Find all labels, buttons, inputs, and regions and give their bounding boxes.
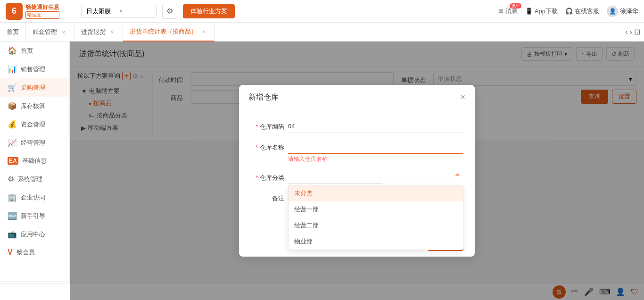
account-tab-label: 账套管理 — [33, 28, 57, 36]
app-download-button[interactable]: 📱 App下载 — [525, 7, 558, 16]
name-label: 仓库名称 — [250, 141, 288, 152]
operation-icon: 📈 — [8, 138, 17, 147]
code-input[interactable] — [288, 120, 463, 133]
dropdown-item-dept1[interactable]: 经营一部 — [289, 201, 463, 217]
guide-icon: 🆕 — [8, 211, 17, 220]
logo-area: 6 畅捷通好生意 精品版 — [6, 3, 75, 20]
note-label: 备注 — [250, 192, 288, 203]
sidebar-item-operation[interactable]: 📈 经营管理 — [0, 133, 69, 152]
sidebar-item-finance[interactable]: 💰 资金管理 — [0, 115, 69, 133]
system-icon: ⚙ — [8, 175, 14, 183]
phone-icon: 📱 — [525, 8, 533, 15]
modal-overlay[interactable]: 新增仓库 × 仓库编码 04 仓库名称 — [70, 42, 644, 300]
tab-expand-icon[interactable]: ⊡ — [634, 27, 640, 36]
category-input[interactable] — [288, 171, 382, 184]
dropdown-item-unclassified[interactable]: 未分类 — [289, 185, 463, 201]
category-select-wrap: ⌃ 未分类 经营一部 经营二部 物业部 — [288, 171, 463, 184]
purchase-return-tab-label: 进货退货 — [81, 28, 106, 36]
enterprise-icon: 🏢 — [8, 193, 17, 202]
modal-title: 新增仓库 — [248, 92, 279, 102]
chevron-down-icon: ▾ — [120, 8, 151, 14]
headset-icon: 🎧 — [565, 8, 573, 15]
sidebar-item-basic[interactable]: EA 基础信息 — [0, 152, 69, 170]
tab-next-icon[interactable]: › — [630, 28, 632, 36]
message-icon: ✉ — [498, 8, 504, 15]
logo-text: 畅捷通好生意 精品版 — [25, 3, 59, 19]
modal-close-button[interactable]: × — [460, 92, 465, 102]
sales-icon: 📊 — [8, 65, 17, 74]
code-value: 04 — [288, 123, 295, 130]
code-label: 仓库编码 — [250, 120, 288, 131]
sidebar-item-purchase[interactable]: 🛒 采购管理 — [0, 78, 69, 97]
form-row-category: 仓库分类 ⌃ 未分类 经营一部 经营二部 物业部 — [250, 171, 463, 184]
store-selector[interactable]: 日太阳膜 ▾ — [81, 5, 157, 18]
member-icon: V — [8, 248, 13, 257]
form-row-code: 仓库编码 04 — [250, 120, 463, 133]
purchase-stats-tab-label: 进货单统计表（按商品） — [130, 27, 197, 36]
sidebar-item-system[interactable]: ⚙ 系统管理 — [0, 170, 69, 188]
content-area: 进货单统计(按商品) 🖨 按模板打印 ▾ ↑ 导出 ↺ 刷新 — [70, 42, 644, 300]
tab-account[interactable]: 账套管理 × — [26, 23, 74, 42]
avatar: 👤 — [607, 6, 618, 17]
sidebar-item-guide[interactable]: 🆕 新手引导 — [0, 207, 69, 225]
user-area[interactable]: 👤 徐泽华 — [607, 6, 638, 17]
name-input[interactable] — [288, 141, 463, 154]
sidebar-item-member[interactable]: V 畅会员 — [0, 243, 69, 261]
purchase-icon: 🛒 — [8, 83, 17, 92]
dropdown-item-property[interactable]: 物业部 — [289, 233, 463, 250]
sidebar-item-inventory[interactable]: 📦 库存核算 — [0, 97, 69, 115]
online-service-button[interactable]: 🎧 在线客服 — [565, 7, 599, 16]
inventory-icon: 📦 — [8, 101, 17, 110]
app-center-icon: 📺 — [8, 230, 17, 239]
account-tab-close[interactable]: × — [60, 28, 67, 36]
app-logo-icon: 6 — [6, 3, 23, 20]
basic-info-icon: EA — [8, 157, 18, 165]
purchase-stats-tab-close[interactable]: × — [200, 28, 207, 35]
home-icon: 🏠 — [8, 46, 17, 55]
tab-controls: ‹ › ⊡ — [621, 27, 644, 36]
name-error-msg: 请输入仓库名称 — [288, 155, 463, 163]
modal-header: 新增仓库 × — [239, 85, 475, 110]
category-arrow-up-icon[interactable]: ⌃ — [454, 172, 462, 183]
purchase-return-tab-close[interactable]: × — [108, 28, 116, 36]
home-tab-label: 首页 — [7, 28, 19, 36]
sidebar-item-app-center[interactable]: 📺 应用中心 — [0, 225, 69, 243]
name-field-wrap: 请输入仓库名称 — [288, 141, 463, 163]
dropdown-item-dept2[interactable]: 经营二部 — [289, 217, 463, 233]
sidebar-item-enterprise[interactable]: 🏢 企业协同 — [0, 188, 69, 207]
tab-home[interactable]: 首页 — [0, 23, 26, 42]
code-field-wrap: 04 — [288, 120, 463, 133]
new-warehouse-modal: 新增仓库 × 仓库编码 04 仓库名称 — [239, 85, 475, 257]
tab-prev-icon[interactable]: ‹ — [625, 28, 627, 36]
header-right: ✉ 消息 99+ 📱 App下载 🎧 在线客服 👤 徐泽华 — [498, 6, 638, 17]
finance-icon: 💰 — [8, 120, 17, 129]
form-row-name: 仓库名称 请输入仓库名称 — [250, 141, 463, 163]
category-label: 仓库分类 — [250, 171, 288, 182]
sidebar-item-sales[interactable]: 📊 销售管理 — [0, 60, 69, 78]
tab-purchase-stats[interactable]: 进货单统计表（按商品） × — [123, 23, 215, 42]
sidebar: 🏠 首页 📊 销售管理 🛒 采购管理 📦 库存核算 💰 资金管理 📈 经营管理 … — [0, 42, 70, 300]
tab-bar: 首页 账套管理 × 进货退货 × 进货单统计表（按商品） × ‹ › ⊡ — [0, 23, 644, 42]
trial-button[interactable]: 体验行业方案 — [183, 4, 235, 18]
top-header: 6 畅捷通好生意 精品版 日太阳膜 ▾ ⚙ 体验行业方案 ✉ 消息 99+ 📱 … — [0, 0, 644, 23]
sidebar-item-home[interactable]: 🏠 首页 — [0, 42, 69, 60]
category-dropdown: 未分类 经营一部 经营二部 物业部 — [288, 185, 463, 250]
gear-button[interactable]: ⚙ — [162, 4, 177, 19]
message-badge: 99+ — [510, 3, 521, 8]
main-layout: 🏠 首页 📊 销售管理 🛒 采购管理 📦 库存核算 💰 资金管理 📈 经营管理 … — [0, 42, 644, 300]
message-button[interactable]: ✉ 消息 99+ — [498, 7, 518, 16]
tab-purchase-return[interactable]: 进货退货 × — [74, 23, 123, 42]
modal-body: 仓库编码 04 仓库名称 请输入仓库名称 — [239, 110, 475, 229]
